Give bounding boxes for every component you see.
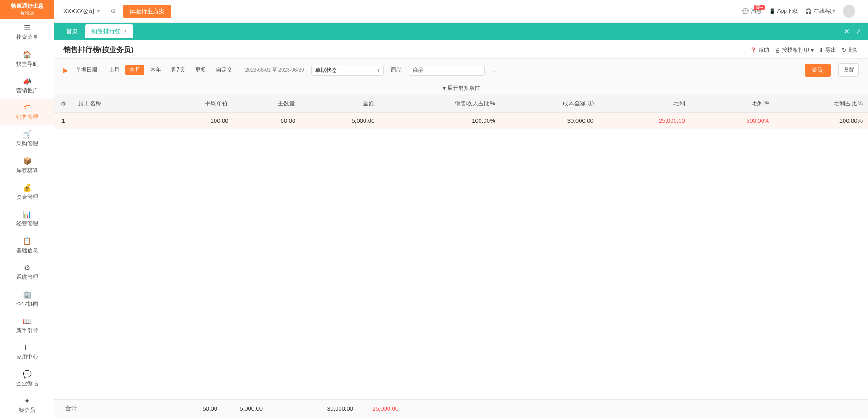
help-icon: ❓ [750,47,757,53]
table-settings-button[interactable]: 设置 [838,63,859,77]
member-icon: ✦ [24,397,30,405]
print-button[interactable]: 🖨 按模板打印 ▾ [775,46,814,54]
guide-icon: 📖 [23,317,32,326]
col-header-settings[interactable]: ⚙ [54,95,72,113]
sidebar: 畅康通好生意 标准版 ☰ 搜索菜单 🏠 快捷导航 📣 营销推广 🏷 销售管理 🛒… [0,0,54,417]
cell-amount: 5,000.00 [301,113,380,129]
filter-row-1: ▶ 单据日期 上月 本月 本年 近7天 更多 自定义 2023-06-01 至 … [63,63,859,77]
message-badge: 99+ [754,5,765,10]
sidebar-item-finance[interactable]: 💰 资金管理 [0,179,54,206]
col-header-avg-price: 平均单价 [153,95,234,113]
page-title: 销售排行榜(按业务员) [63,45,134,55]
expand-conditions-button[interactable]: ▾ 展开更多条件 [443,84,480,92]
inventory-icon: 📦 [23,157,32,165]
message-button[interactable]: 💬 消息 99+ [742,7,762,15]
sidebar-item-guide[interactable]: 📖 新手引导 [0,312,54,339]
sidebar-item-base-info[interactable]: 📋 基础信息 [0,232,54,259]
sidebar-logo: 畅康通好生意 标准版 [0,0,54,19]
sidebar-item-app-center[interactable]: 🖥 应用中心 [0,339,54,365]
gear-icon: ⚙ [110,8,116,14]
search-button[interactable]: 查询 [805,64,831,77]
sidebar-item-system[interactable]: ⚙ 系统管理 [0,259,54,286]
sidebar-item-quick-nav[interactable]: 🏠 快捷导航 [0,46,54,72]
sidebar-item-operations[interactable]: 📊 经营管理 [0,206,54,232]
col-header-profit: 毛利 [599,95,691,113]
cell-profit-pct: 100.00% [775,113,868,129]
service-label: 在线客服 [814,7,835,15]
maximize-icon[interactable]: ⤢ [854,26,863,36]
main-area: XXXXX公司 ▾ ⚙ 体验行业方案 💬 消息 99+ 📱 App下载 🎧 在线… [54,0,868,417]
sidebar-item-member[interactable]: ✦ 畅会员 [0,392,54,417]
export-icon: ⬇ [819,47,824,53]
sidebar-item-inventory[interactable]: 📦 库存核算 [0,152,54,179]
chevron-down-icon: ▾ [97,9,100,14]
footer-label: 合计 [60,404,150,412]
sidebar-item-marketing[interactable]: 📣 营销推广 [0,72,54,99]
table-header-row: ⚙ 员工名称 平均单价 主数量 全额 销售收入占比% 成本全额 ⓘ 毛利 毛利率… [54,95,868,113]
sidebar-item-enterprise[interactable]: 🏢 企业协同 [0,286,54,312]
company-selector[interactable]: XXXXX公司 ▾ [60,5,103,17]
more-filters-button[interactable]: ... [492,67,497,73]
home-icon: 🏠 [23,50,32,59]
tab-sales-ranking[interactable]: 销售排行榜 × [85,24,133,38]
settings-button[interactable]: ⚙ [107,5,120,18]
date-btn-this-month[interactable]: 本月 [125,65,144,75]
sidebar-item-label: 新手引导 [16,327,38,335]
sidebar-item-label: 经营管理 [16,220,38,228]
col-header-cost: 成本全额 ⓘ [500,95,599,113]
purchase-icon: 🛒 [23,130,32,139]
cell-profit-rate: -500.00% [691,113,775,129]
tab-close-icon[interactable]: × [124,28,127,34]
sidebar-item-label: 基础信息 [16,247,38,254]
user-avatar[interactable] [843,5,855,18]
status-filter-select[interactable]: 单据状态 [311,65,384,76]
search-order-icon: ☰ [24,24,30,32]
sidebar-item-label: 系统管理 [16,273,38,281]
date-btn-this-year[interactable]: 本年 [146,65,165,75]
date-btn-more[interactable]: 更多 [191,65,210,75]
help-button[interactable]: ❓ 帮助 [750,46,769,54]
sidebar-item-label: 快捷导航 [16,60,38,68]
sidebar-item-label: 营销推广 [16,87,38,95]
close-window-icon[interactable]: ✕ [843,26,851,36]
filter-collapse-icon[interactable]: ▶ [63,67,68,74]
sales-icon: 🏷 [24,104,31,112]
try-industry-button[interactable]: 体验行业方案 [123,5,171,18]
goods-filter-input[interactable] [409,65,485,76]
tab-bar-right: ✕ ⤢ [843,26,863,36]
col-header-qty: 主数量 [234,95,301,113]
sidebar-item-label: 资金管理 [16,193,38,201]
export-button[interactable]: ⬇ 导出 [819,46,836,54]
cell-cost: 30,000.00 [500,113,599,129]
wechat-icon: 💬 [23,370,32,379]
app-download-button[interactable]: 📱 App下载 [769,7,798,15]
tab-label: 销售排行榜 [91,27,121,35]
data-table: ⚙ 员工名称 平均单价 主数量 全额 销售收入占比% 成本全额 ⓘ 毛利 毛利率… [54,95,868,129]
online-service-button[interactable]: 🎧 在线客服 [805,7,835,15]
footer-qty-val: 50.00 [187,405,223,412]
operations-icon: 📊 [23,210,32,219]
sidebar-item-label: 搜索菜单 [16,34,38,41]
app-center-icon: 🖥 [24,344,31,352]
cell-rank: 1 [54,113,72,129]
tab-home[interactable]: 首页 [60,24,84,38]
cell-revenue-pct: 100.00% [380,113,500,129]
page-header: 销售排行榜(按业务员) ❓ 帮助 🖨 按模板打印 ▾ ⬇ 导出 ↻ 刷新 [54,40,868,59]
date-btn-last-month[interactable]: 上月 [105,65,124,75]
cell-avg-price: 100.00 [153,113,234,129]
refresh-button[interactable]: ↻ 刷新 [842,46,859,54]
sidebar-item-wechat[interactable]: 💬 企业微信 [0,365,54,392]
logo-text: 畅康通好生意 [11,3,43,10]
filter-bar: ▶ 单据日期 上月 本月 本年 近7天 更多 自定义 2023-06-01 至 … [54,59,868,81]
sidebar-item-sales[interactable]: 🏷 销售管理 [0,99,54,125]
footer-profit-val: -25,000.00 [359,405,404,412]
sidebar-item-purchase[interactable]: 🛒 采购管理 [0,125,54,152]
date-btn-custom[interactable]: 自定义 [212,65,236,75]
expand-label: 展开更多条件 [447,84,480,92]
sidebar-item-search-order[interactable]: ☰ 搜索菜单 [0,19,54,46]
date-buttons: 上月 本月 本年 近7天 更多 自定义 [105,65,236,75]
cell-profit: -25,000.00 [599,113,691,129]
cell-name [72,113,153,129]
date-btn-last-7-days[interactable]: 近7天 [167,65,189,75]
sidebar-item-label: 企业协同 [16,300,38,308]
